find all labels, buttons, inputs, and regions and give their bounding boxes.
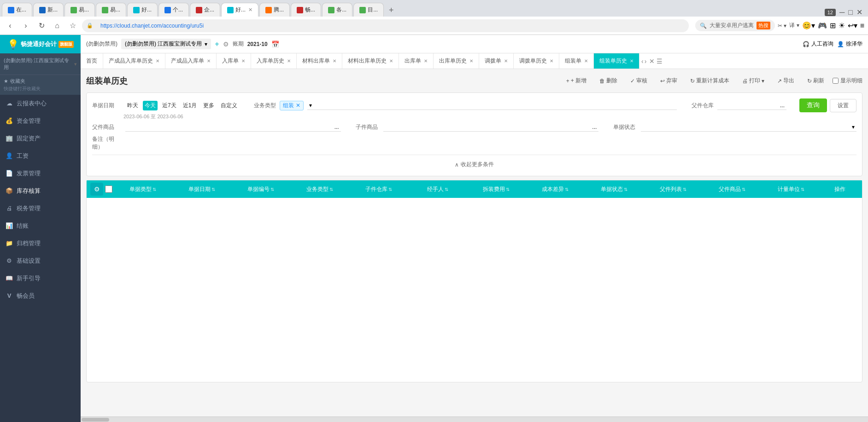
tab-close-outbound[interactable]: ✕ bbox=[424, 58, 428, 64]
tab-close-finished-goods[interactable]: ✕ bbox=[207, 58, 211, 64]
tab-assembly-history[interactable]: 组装单历史 ✕ bbox=[594, 53, 639, 69]
show-detail-input[interactable] bbox=[833, 78, 839, 84]
tab-inbound[interactable]: 入库单 ✕ bbox=[217, 53, 251, 69]
browser-tab-5[interactable]: 好... bbox=[127, 3, 158, 17]
company-dropdown-icon[interactable]: ▾ bbox=[74, 61, 77, 67]
brightness-btn[interactable]: ☀ bbox=[839, 21, 845, 30]
tab-inbound-history[interactable]: 入库单历史 ✕ bbox=[251, 53, 297, 69]
browser-tab-7[interactable]: 企... bbox=[190, 3, 220, 17]
browser-tab-10[interactable]: 畅... bbox=[291, 3, 321, 17]
date-opt-7days[interactable]: 近7天 bbox=[160, 101, 178, 110]
nav-prev-arrow[interactable]: ‹ bbox=[641, 58, 644, 65]
setup-button[interactable]: 设置 bbox=[830, 99, 856, 112]
tab-transfer-history[interactable]: 调拨单历史 ✕ bbox=[514, 53, 559, 69]
tab-outbound[interactable]: 出库单 ✕ bbox=[399, 53, 434, 69]
audit-button[interactable]: ✓ 审核 bbox=[626, 75, 652, 87]
sidebar-item-cloud-reports[interactable]: ☁ 云报表中心 bbox=[0, 95, 81, 112]
date-opt-more[interactable]: 更多 bbox=[201, 101, 216, 110]
browser-tab-8[interactable]: 好... ✕ bbox=[221, 3, 258, 17]
tab-close-transfer[interactable]: ✕ bbox=[504, 58, 508, 64]
col-disassembly-cost[interactable]: 拆装费用 ⇅ bbox=[468, 185, 525, 193]
parent-warehouse-dropdown[interactable]: ... bbox=[717, 101, 786, 110]
col-cost-diff[interactable]: 成本差异 ⇅ bbox=[527, 185, 584, 193]
browser-tab-3[interactable]: 易... bbox=[65, 3, 95, 17]
select-all-checkbox[interactable] bbox=[105, 185, 112, 193]
tab-close-inbound-history[interactable]: ✕ bbox=[287, 58, 291, 64]
export-button[interactable]: ↗ 导出 bbox=[773, 75, 799, 87]
table-gear-btn[interactable]: ⚙ bbox=[90, 183, 103, 196]
reload-button[interactable]: ↻ bbox=[35, 19, 48, 32]
sidebar-item-fund-mgmt[interactable]: 💰 资金管理 bbox=[0, 112, 81, 130]
bottom-scrollbar[interactable] bbox=[81, 416, 868, 422]
parent-goods-input[interactable]: ... bbox=[125, 123, 341, 132]
emoji-btn[interactable]: 😊▾ bbox=[802, 21, 815, 30]
game-btn[interactable]: 🎮 bbox=[818, 21, 827, 30]
recalculate-button[interactable]: ↻ 重新计算成本 bbox=[686, 75, 734, 87]
tab-close-assembly-history[interactable]: ✕ bbox=[630, 58, 633, 64]
delete-button[interactable]: 🗑 删除 bbox=[595, 75, 622, 87]
grid-btn[interactable]: ⊞ bbox=[830, 21, 836, 30]
col-bill-type[interactable]: 单据类型 ⇅ bbox=[114, 185, 171, 193]
col-parent-goods[interactable]: 父件商品 ⇅ bbox=[704, 185, 761, 193]
back-button[interactable]: ‹ bbox=[4, 19, 17, 32]
sidebar-item-fixed-assets[interactable]: 🏢 固定资产 bbox=[0, 130, 81, 147]
tab-finished-goods[interactable]: 产成品入库单 ✕ bbox=[165, 53, 217, 69]
sidebar-item-tax-mgmt[interactable]: 🖨 税务管理 bbox=[0, 200, 81, 217]
sidebar-item-archive-mgmt[interactable]: 📁 归档管理 bbox=[0, 235, 81, 252]
help-btn[interactable]: 🎧 人工咨询 bbox=[803, 40, 833, 48]
col-handler[interactable]: 经手人 ⇅ bbox=[409, 185, 466, 193]
tab-close-finished-goods-history[interactable]: ✕ bbox=[156, 58, 159, 64]
sidebar-item-membership[interactable]: V 畅会员 bbox=[0, 287, 81, 305]
date-opt-custom[interactable]: 自定义 bbox=[219, 101, 239, 110]
minimize-button[interactable]: ─ bbox=[839, 8, 845, 17]
sidebar-item-new-guide[interactable]: 📖 新手引导 bbox=[0, 270, 81, 287]
tab-home[interactable]: 首页 bbox=[81, 53, 103, 69]
business-type-dropdown[interactable]: ▾ bbox=[307, 101, 677, 110]
col-child-warehouse[interactable]: 子件仓库 ⇅ bbox=[350, 185, 407, 193]
browser-tab-9[interactable]: 腾... bbox=[259, 3, 290, 17]
tab-close-assembly[interactable]: ✕ bbox=[584, 58, 588, 64]
child-goods-input[interactable]: ... bbox=[383, 123, 599, 132]
settings-btn[interactable]: ⚙ bbox=[223, 40, 229, 48]
sidebar-item-salary[interactable]: 👤 工资 bbox=[0, 147, 81, 165]
col-unit[interactable]: 计量单位 ⇅ bbox=[762, 185, 820, 193]
browser-tab-11[interactable]: 各... bbox=[322, 3, 352, 17]
print-button[interactable]: 🖨 打印 ▾ bbox=[738, 75, 769, 87]
add-company-btn[interactable]: + bbox=[215, 40, 219, 48]
browser-tab-1[interactable]: 在... bbox=[2, 3, 32, 17]
tab-close-transfer-history[interactable]: ✕ bbox=[550, 58, 553, 64]
collapse-btn[interactable]: ∧ 收起更多条件 bbox=[92, 159, 856, 170]
address-input[interactable] bbox=[95, 19, 684, 32]
refresh-button[interactable]: ↻ 刷新 bbox=[803, 75, 829, 87]
forward-button[interactable]: › bbox=[19, 19, 32, 32]
nav-close-all-btn[interactable]: ✕ bbox=[649, 58, 655, 65]
close-window-button[interactable]: ✕ bbox=[856, 8, 862, 17]
date-opt-yesterday[interactable]: 昨天 bbox=[125, 101, 140, 110]
sidebar-item-invoice-mgmt[interactable]: 📄 发票管理 bbox=[0, 165, 81, 182]
company-selector[interactable]: (勿删勿禁用) 江西服宝测试专用 ▾ bbox=[121, 39, 211, 49]
tab-outbound-history[interactable]: 出库单历史 ✕ bbox=[434, 53, 479, 69]
bookmark-button[interactable]: ☆ bbox=[66, 19, 79, 32]
bill-status-dropdown[interactable]: ▾ bbox=[641, 123, 856, 132]
browser-tab-12[interactable]: 目... bbox=[353, 3, 384, 17]
col-bill-date[interactable]: 单据日期 ⇅ bbox=[173, 185, 230, 193]
user-btn[interactable]: 👤 徐泽华 bbox=[837, 40, 862, 48]
query-button[interactable]: 查询 bbox=[799, 98, 827, 112]
search-bar[interactable]: 🔍 大量安卓用户逃离 热搜 bbox=[695, 20, 775, 31]
tab-close-outbound-history[interactable]: ✕ bbox=[469, 58, 473, 64]
col-bill-no[interactable]: 单据编号 ⇅ bbox=[232, 185, 289, 193]
add-button[interactable]: + + 新增 bbox=[562, 75, 591, 87]
tab-transfer[interactable]: 调拨单 ✕ bbox=[479, 53, 514, 69]
tab-material-outbound-history[interactable]: 材料出库单历史 ✕ bbox=[342, 53, 399, 69]
nav-next-arrow[interactable]: › bbox=[645, 58, 647, 65]
nav-menu-btn[interactable]: ☰ bbox=[657, 58, 663, 65]
sidebar-item-inventory[interactable]: 📦 库存核算 bbox=[0, 182, 81, 200]
tab-material-outbound[interactable]: 材料出库单 ✕ bbox=[297, 53, 342, 69]
browser-tab-2[interactable]: 新... bbox=[33, 3, 64, 17]
col-parent-list[interactable]: 父件列表 ⇅ bbox=[645, 185, 702, 193]
tab-close-material-outbound-history[interactable]: ✕ bbox=[389, 58, 393, 64]
home-button[interactable]: ⌂ bbox=[51, 19, 64, 32]
abandon-button[interactable]: ↩ 弃审 bbox=[656, 75, 682, 87]
browser-tab-6[interactable]: 个... bbox=[158, 3, 189, 17]
col-business-type[interactable]: 业务类型 ⇅ bbox=[291, 185, 348, 193]
